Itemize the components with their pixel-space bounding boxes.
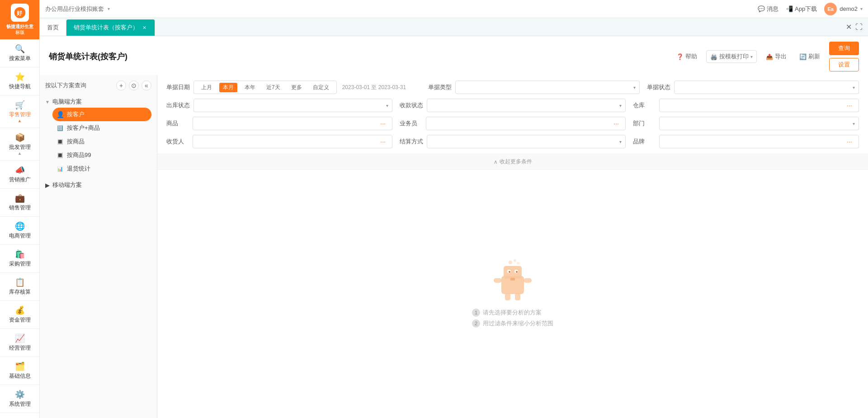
sidebar-operations-label: 经营管理 (9, 344, 31, 352)
bill-type-select[interactable]: ▾ (455, 81, 640, 94)
print-btn[interactable]: 🖨️ 按模板打印 ▾ (706, 50, 757, 63)
refresh-btn[interactable]: 🔄 刷新 (796, 51, 824, 62)
desktop-category-header[interactable]: ▼ 电脑端方案 (45, 96, 151, 108)
sidebar-marketing-label: 营销推广 (9, 176, 31, 184)
date-tab-last-month[interactable]: 上月 (198, 83, 216, 92)
message-label: 消息 (767, 5, 778, 13)
recipient-dots[interactable]: ··· (377, 137, 388, 146)
svg-rect-14 (505, 293, 510, 300)
date-tab-last7[interactable]: 近7天 (263, 83, 284, 92)
settlement-select[interactable]: ▾ (427, 135, 626, 148)
sidebar-wholesale-label: 批发管理 (9, 143, 31, 151)
date-tab-this-year[interactable]: 本年 (241, 83, 259, 92)
date-tab-this-month[interactable]: 本月 (219, 83, 237, 92)
settings-button[interactable]: 设置 (829, 58, 859, 71)
system-icon: ⚙️ (15, 390, 25, 399)
sidebar-purchase-label: 采购管理 (9, 260, 31, 268)
customer-icon: 👤 (56, 111, 64, 118)
scheme-item-by-product[interactable]: 🔳 按商品 (52, 135, 151, 148)
user-area[interactable]: Ea demo2 ▾ (824, 3, 863, 15)
minimize-icon[interactable]: ✕ (846, 23, 852, 31)
bill-type-label: 单据类型 (428, 83, 452, 91)
date-range: 2023-03-01 至 2023-03-31 (342, 84, 406, 91)
scheme-item-return-stat[interactable]: 📊 退货统计 (52, 162, 151, 176)
sidebar-item-purchase[interactable]: 🛍️ 采购管理 (0, 245, 39, 273)
bill-status-select[interactable]: ▾ (674, 81, 859, 94)
date-input-area[interactable]: 上月 本月 本年 近7天 更多 自定义 (193, 81, 337, 94)
message-btn[interactable]: 💬 消息 (758, 5, 778, 13)
mobile-expand-arrow: ▶ (45, 182, 50, 189)
search-icon: 🔍 (15, 44, 25, 54)
salesperson-dots[interactable]: ··· (611, 119, 622, 128)
sidebar-item-inventory[interactable]: 📋 库存核算 (0, 273, 39, 301)
sidebar-item-wholesale[interactable]: 📦 批发管理 ▲ (0, 128, 39, 161)
scheme-collapse-btn[interactable]: « (142, 81, 151, 90)
scheme-item-by-product-99[interactable]: 🔳 按商品99 (52, 148, 151, 162)
sidebar-item-system[interactable]: ⚙️ 系统管理 (0, 385, 39, 413)
scheme-item-label: 按商品 (67, 138, 85, 146)
sidebar-item-sales[interactable]: 💼 销售管理 (0, 189, 39, 217)
warehouse-dots[interactable]: ··· (844, 101, 855, 110)
sidebar-item-quick-nav[interactable]: ⭐ 快捷导航 (0, 67, 39, 95)
mobile-category-header[interactable]: ▶ 移动端方案 (45, 179, 151, 191)
help-icon: ❓ (676, 53, 684, 60)
brand-select[interactable]: ··· (659, 135, 859, 148)
collapse-bar[interactable]: ∧ 收起更多条件 (157, 154, 868, 170)
scheme-settings-btn[interactable]: ⊙ (129, 81, 139, 90)
app-download-btn[interactable]: 📲 App下载 (786, 5, 817, 13)
department-select[interactable]: ▾ (659, 117, 859, 130)
filter-row-3: 商品 ··· 业务员 ··· (166, 117, 859, 130)
receive-status-select[interactable]: ▾ (427, 99, 626, 112)
sidebar-item-operations[interactable]: 📈 经营管理 (0, 329, 39, 357)
sidebar-item-retail[interactable]: 🛒 零售管理 ▲ (0, 95, 39, 128)
svg-rect-13 (524, 278, 532, 283)
bill-status-field: 单据状态 ▾ (647, 81, 859, 94)
mobile-scheme-category: ▶ 移动端方案 (40, 177, 157, 193)
quick-nav-icon: ⭐ (15, 72, 25, 82)
sidebar-basic-label: 基础信息 (9, 372, 31, 380)
sidebar-item-search[interactable]: 🔍 搜索菜单 (0, 39, 39, 67)
date-field: 单据日期 上月 本月 本年 近7天 更多 自定义 (166, 81, 421, 94)
sales-stat-tab-label: 销货单统计表（按客户） (74, 24, 138, 32)
scheme-item-by-customer-product[interactable]: 🔠 按客户+商品 (52, 121, 151, 135)
department-label: 部门 (633, 119, 656, 128)
export-btn[interactable]: 📤 导出 (762, 51, 790, 62)
scheme-add-btn[interactable]: + (116, 81, 126, 90)
receive-status-label: 收款状态 (400, 101, 423, 109)
return-stat-icon: 📊 (56, 166, 64, 172)
product-select[interactable]: ··· (193, 117, 392, 130)
date-tab-custom[interactable]: 自定义 (309, 83, 333, 92)
help-btn[interactable]: ❓ 帮助 (673, 51, 701, 62)
salesperson-select[interactable]: ··· (426, 117, 626, 130)
main-wrap: 办公用品行业模拟账套 ▾ 💬 消息 📲 App下载 Ea demo2 ▾ 首页 … (40, 0, 868, 418)
desktop-category-label: 电脑端方案 (52, 98, 82, 106)
tab-sales-stat[interactable]: 销货单统计表（按客户） ✕ (66, 19, 155, 36)
company-dropdown-arrow[interactable]: ▾ (108, 6, 110, 11)
date-tab-more[interactable]: 更多 (288, 83, 306, 92)
sidebar-item-enterprise[interactable]: 🏢 企业协同 (0, 413, 39, 418)
sidebar-item-finance[interactable]: 💰 资金管理 (0, 301, 39, 329)
recipient-select[interactable]: ··· (193, 135, 392, 148)
sidebar-item-ecommerce[interactable]: 🌐 电商管理 (0, 217, 39, 245)
receive-status-field: 收款状态 ▾ (400, 99, 626, 112)
scheme-item-by-customer[interactable]: 👤 按客户 (52, 108, 151, 121)
filter-area: 单据日期 上月 本月 本年 近7天 更多 自定义 (157, 75, 868, 418)
scheme-panel: 按以下方案查询 + ⊙ « ▼ 电脑端方案 👤 (40, 75, 157, 418)
brand-dots[interactable]: ··· (844, 137, 855, 146)
scheme-panel-icons: + ⊙ « (116, 81, 151, 90)
sidebar-item-marketing[interactable]: 📣 营销推广 (0, 161, 39, 189)
refresh-icon: 🔄 (799, 53, 807, 60)
svg-rect-8 (510, 278, 515, 280)
hint-num-2: 2 (472, 319, 480, 328)
desktop-expand-arrow: ▼ (45, 100, 50, 104)
warehouse-select[interactable]: ··· (659, 99, 859, 112)
product-dots[interactable]: ··· (377, 119, 388, 128)
out-status-select[interactable]: ▾ (193, 99, 392, 112)
close-tab-btn[interactable]: ✕ (141, 24, 147, 31)
svg-point-6 (509, 271, 510, 273)
expand-icon[interactable]: ⛶ (855, 23, 863, 31)
sidebar-system-label: 系统管理 (9, 400, 31, 408)
sidebar-item-basic[interactable]: 🗂️ 基础信息 (0, 357, 39, 385)
query-button[interactable]: 查询 (829, 42, 859, 55)
tab-home[interactable]: 首页 (40, 19, 66, 36)
